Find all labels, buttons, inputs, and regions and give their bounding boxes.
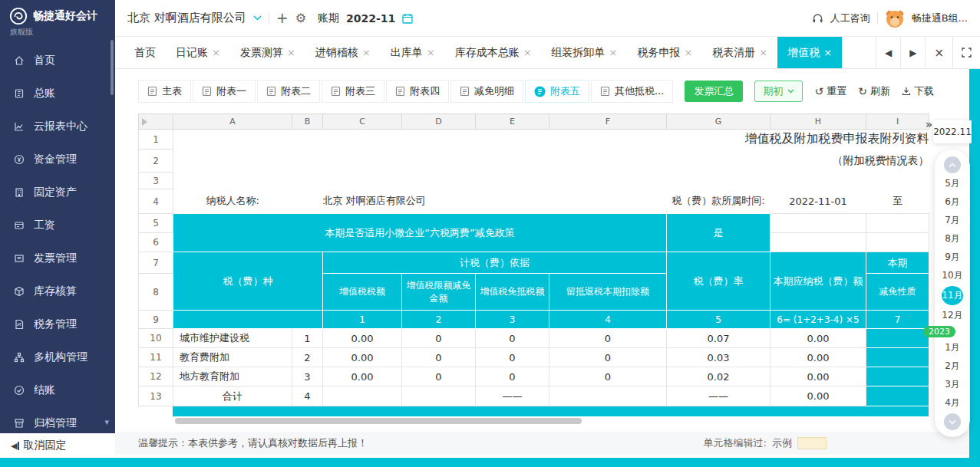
tab-inventory-cost-ledger[interactable]: 库存成本总账× — [445, 37, 542, 68]
column-header-g[interactable]: G — [667, 114, 770, 130]
line-no-cell[interactable]: 2 — [292, 348, 323, 367]
tab-journal[interactable]: 日记账× — [166, 37, 230, 68]
current-period-tab[interactable]: 2022.11 — [933, 120, 972, 143]
value-cell[interactable] — [549, 386, 667, 406]
tab-home[interactable]: 首页 — [124, 37, 166, 68]
sidebar-item-cloud-reports[interactable]: 云报表中心 — [0, 110, 115, 143]
empty-cell[interactable] — [292, 189, 323, 214]
tab-invoice-calc[interactable]: 发票测算× — [230, 37, 305, 68]
empty-cell[interactable] — [866, 233, 929, 252]
amount-cell[interactable]: 0.00 — [770, 386, 866, 406]
subtab-appendix-2[interactable]: 附表二 — [257, 80, 320, 103]
row-header[interactable]: 3 — [139, 173, 173, 189]
tax-name-cell[interactable]: 地方教育附加 — [173, 367, 292, 386]
amount-cell[interactable]: 0.00 — [770, 367, 866, 386]
tab-close-icon[interactable]: × — [684, 47, 692, 58]
month-item[interactable]: 8月 — [941, 231, 964, 247]
value-cell[interactable]: 0 — [476, 348, 549, 367]
sidebar-item-invoice[interactable]: 发票管理 — [0, 242, 115, 275]
amount-cell[interactable]: 0.00 — [770, 329, 866, 348]
subtab-appendix-5[interactable]: 附表五 — [525, 80, 589, 103]
collapse-month-rail-icon[interactable]: » — [926, 118, 932, 130]
sidebar-item-salary[interactable]: 工资 — [0, 209, 115, 242]
subtab-appendix-4[interactable]: 附表四 — [386, 80, 449, 103]
row-header[interactable]: 5 — [139, 214, 173, 233]
sidebar-item-multi-org[interactable]: 多机构管理 — [0, 340, 115, 373]
row-header[interactable]: 2 — [139, 150, 173, 173]
month-scroll-down-button[interactable] — [944, 413, 961, 430]
value-cell[interactable]: 0 — [549, 329, 667, 348]
month-item[interactable]: 9月 — [941, 249, 964, 265]
column-header-h[interactable]: H — [770, 114, 866, 130]
invoice-summary-button[interactable]: 发票汇总 — [685, 81, 743, 102]
month-item-active[interactable]: 11月 — [942, 286, 963, 306]
tab-close-icon[interactable]: × — [523, 47, 532, 58]
add-button[interactable]: + — [276, 11, 289, 25]
row-header[interactable]: 6 — [139, 233, 173, 252]
row-header[interactable]: 1 — [139, 130, 173, 150]
human-consult-link[interactable]: 人工咨询 — [830, 12, 870, 25]
month-item[interactable]: 3月 — [941, 377, 964, 393]
select-all-corner[interactable] — [139, 114, 173, 130]
empty-cell[interactable] — [173, 173, 929, 189]
sidebar-item-tax[interactable]: 税务管理 — [0, 307, 115, 340]
tab-tax-filing[interactable]: 税务申报× — [627, 37, 702, 68]
tab-vat[interactable]: 增值税× — [777, 37, 842, 68]
line-no-cell[interactable]: 1 — [292, 329, 323, 348]
empty-cell[interactable] — [770, 233, 866, 252]
row-header[interactable]: 7 — [139, 252, 173, 274]
value-cell[interactable]: 0 — [476, 367, 549, 386]
month-item[interactable]: 7月 — [941, 212, 964, 229]
row-header[interactable]: 8 — [139, 274, 173, 311]
sidebar-scrollbar[interactable] — [111, 40, 114, 95]
tax-name-cell[interactable]: 城市维护建设税 — [173, 329, 292, 348]
sidebar-item-inventory[interactable]: 库存核算 — [0, 275, 115, 307]
row-header[interactable]: 9 — [139, 311, 173, 329]
company-selector[interactable]: 北京 对啊酒店有限公司 — [127, 11, 246, 25]
sidebar-item-archive[interactable]: 归档管理 — [0, 406, 115, 433]
rate-cell[interactable]: 0.07 — [667, 329, 770, 348]
tabs-scroll-right-button[interactable]: ▶ — [900, 37, 925, 68]
column-header-c[interactable]: C — [323, 114, 402, 130]
column-header-a[interactable]: A — [173, 114, 292, 130]
value-cell[interactable]: 0.00 — [323, 348, 402, 367]
value-cell[interactable] — [323, 386, 402, 406]
subtab-appendix-3[interactable]: 附表三 — [322, 80, 384, 103]
row-header[interactable]: 13 — [139, 386, 173, 406]
tabs-close-all-button[interactable]: × — [925, 37, 952, 68]
opening-balance-button[interactable]: 期初 — [754, 81, 803, 102]
month-item[interactable]: 4月 — [941, 395, 964, 411]
tax-name-cell[interactable]: 教育费附加 — [173, 348, 292, 367]
sidebar-item-fixed-assets[interactable]: 固定资产 — [0, 176, 115, 209]
tabs-scroll-left-button[interactable]: ◀ — [876, 37, 900, 68]
row-header[interactable]: 4 — [139, 189, 173, 214]
chevron-down-icon[interactable] — [253, 15, 262, 21]
scrollbar-thumb[interactable] — [175, 418, 582, 424]
tab-close-icon[interactable]: × — [823, 47, 832, 58]
sidebar-scroll-down-icon[interactable]: ▾ — [104, 417, 109, 427]
month-item[interactable]: 12月 — [941, 307, 964, 324]
month-item[interactable]: 6月 — [941, 194, 964, 210]
rate-cell[interactable]: 0.03 — [667, 348, 770, 367]
tab-close-icon[interactable]: × — [427, 47, 435, 58]
value-cell[interactable]: 0 — [402, 348, 476, 367]
download-button[interactable]: 下载 — [902, 84, 934, 98]
column-header-d[interactable]: D — [402, 114, 476, 130]
empty-cell[interactable] — [476, 189, 549, 214]
amount-cell[interactable]: 0.00 — [770, 348, 866, 367]
tab-close-icon[interactable]: × — [212, 47, 220, 58]
value-cell[interactable]: 0 — [476, 329, 549, 348]
month-item[interactable]: 2月 — [941, 358, 964, 374]
value-cell[interactable]: 0.00 — [323, 367, 402, 386]
subtab-other-deductions[interactable]: 其他抵税... — [591, 80, 673, 103]
horizontal-scrollbar[interactable] — [173, 418, 929, 426]
column-header-f[interactable]: F — [549, 114, 667, 130]
avatar[interactable] — [885, 8, 905, 28]
subtab-deduction-detail[interactable]: 减免明细 — [450, 80, 523, 103]
sidebar-item-funds[interactable]: 资金管理 — [0, 143, 115, 176]
sidebar-item-closing[interactable]: 结账 — [0, 373, 115, 406]
value-cell[interactable] — [402, 386, 476, 406]
period-value[interactable]: 2022-11 — [346, 12, 395, 25]
value-cell[interactable]: 0 — [402, 329, 476, 348]
column-header-i[interactable]: I — [866, 114, 929, 130]
